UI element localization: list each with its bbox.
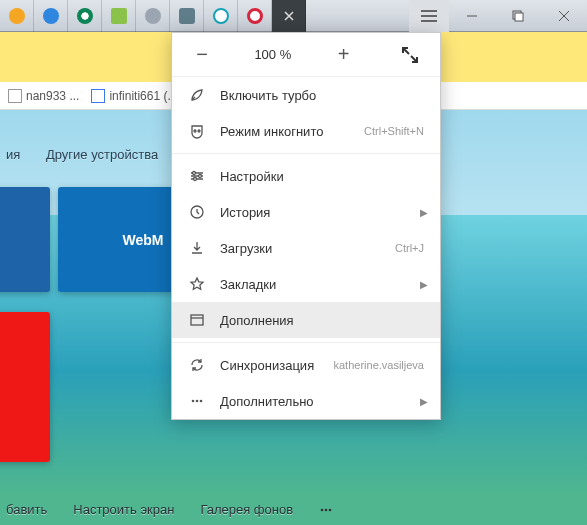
hamburger-icon: [421, 10, 437, 22]
menu-label: История: [220, 205, 424, 220]
menu-label: Закладки: [220, 277, 424, 292]
svg-rect-1: [515, 13, 523, 21]
dots-icon: [188, 392, 206, 410]
menu-label: Дополнительно: [220, 394, 424, 409]
sync-icon: [188, 356, 206, 374]
star-icon: [188, 275, 206, 293]
bookmark-label: nan933 ...: [26, 89, 79, 103]
menu-downloads[interactable]: Загрузки Ctrl+J: [172, 230, 440, 266]
menu-label: Настройки: [220, 169, 424, 184]
device-links: ия Другие устройства: [6, 147, 180, 162]
minimize-button[interactable]: [449, 0, 495, 32]
menu-label: Включить турбо: [220, 88, 424, 103]
menu-turbo[interactable]: Включить турбо: [172, 77, 440, 113]
history-icon: [188, 203, 206, 221]
menu-label: Дополнения: [220, 313, 424, 328]
page-icon: [8, 89, 22, 103]
tab-6[interactable]: [170, 0, 204, 32]
maximize-button[interactable]: [495, 0, 541, 32]
main-menu-dropdown: − 100 % + Включить турбо Режим инкогнито…: [171, 32, 441, 420]
menu-bookmarks[interactable]: Закладки ▶: [172, 266, 440, 302]
fullscreen-icon: [402, 47, 418, 63]
tab-5[interactable]: [136, 0, 170, 32]
svg-point-9: [194, 178, 197, 181]
incognito-icon: [188, 122, 206, 140]
more-icon[interactable]: [319, 503, 333, 517]
menu-sync[interactable]: Синхронизация katherine.vasiljeva: [172, 347, 440, 383]
tab-3[interactable]: [68, 0, 102, 32]
tab-8[interactable]: [238, 0, 272, 32]
sync-user: katherine.vasiljeva: [334, 359, 425, 371]
hamburger-menu-button[interactable]: [409, 0, 449, 32]
chevron-right-icon: ▶: [420, 279, 428, 290]
svg-point-7: [193, 172, 196, 175]
background-gallery-button[interactable]: Галерея фонов: [200, 502, 293, 517]
menu-history[interactable]: История ▶: [172, 194, 440, 230]
svg-point-13: [196, 400, 199, 403]
svg-point-5: [194, 130, 196, 132]
svg-point-8: [199, 175, 202, 178]
svg-point-2: [321, 508, 324, 511]
tab-1[interactable]: [0, 0, 34, 32]
chevron-right-icon: ▶: [420, 396, 428, 407]
menu-incognito[interactable]: Режим инкогнито Ctrl+Shift+N: [172, 113, 440, 149]
rocket-icon: [188, 86, 206, 104]
menu-more[interactable]: Дополнительно ▶: [172, 383, 440, 419]
chevron-right-icon: ▶: [420, 207, 428, 218]
zoom-out-button[interactable]: −: [188, 41, 216, 69]
tile-label: WebM: [123, 232, 164, 248]
fullscreen-button[interactable]: [396, 41, 424, 69]
svg-point-3: [325, 508, 328, 511]
bookmark-item[interactable]: infiniti661 (...: [91, 89, 177, 103]
svg-point-14: [200, 400, 203, 403]
link-other-devices[interactable]: Другие устройства: [46, 147, 158, 162]
window-icon: [188, 311, 206, 329]
menu-label: Загрузки: [220, 241, 381, 256]
menu-addons[interactable]: Дополнения: [172, 302, 440, 338]
link-history[interactable]: ия: [6, 147, 20, 162]
tab-4[interactable]: [102, 0, 136, 32]
bookmark-label: infiniti661 (...: [109, 89, 177, 103]
bottom-toolbar: бавить Настроить экран Галерея фонов: [6, 502, 333, 517]
menu-shortcut: Ctrl+J: [395, 242, 424, 254]
zoom-value: 100 %: [254, 47, 291, 62]
close-icon: [284, 11, 294, 21]
tab-7[interactable]: [204, 0, 238, 32]
zoom-row: − 100 % +: [172, 33, 440, 77]
svg-point-4: [329, 508, 332, 511]
menu-shortcut: Ctrl+Shift+N: [364, 125, 424, 137]
tab-2[interactable]: [34, 0, 68, 32]
close-window-button[interactable]: [541, 0, 587, 32]
menu-label: Синхронизация: [220, 358, 320, 373]
svg-point-6: [198, 130, 200, 132]
speed-dial-tile-red[interactable]: [0, 312, 50, 462]
bookmark-item[interactable]: nan933 ...: [8, 89, 79, 103]
menu-settings[interactable]: Настройки: [172, 158, 440, 194]
settings-icon: [188, 167, 206, 185]
menu-label: Режим инкогнито: [220, 124, 350, 139]
download-icon: [188, 239, 206, 257]
add-button[interactable]: бавить: [6, 502, 47, 517]
speed-dial-tile[interactable]: [0, 187, 50, 292]
tab-close[interactable]: [272, 0, 306, 32]
svg-rect-11: [191, 315, 203, 325]
svg-point-12: [192, 400, 195, 403]
configure-screen-button[interactable]: Настроить экран: [73, 502, 174, 517]
page-icon: [91, 89, 105, 103]
zoom-in-button[interactable]: +: [330, 41, 358, 69]
tab-bar: [0, 0, 587, 32]
